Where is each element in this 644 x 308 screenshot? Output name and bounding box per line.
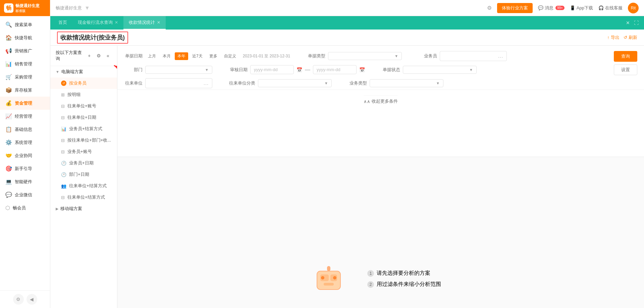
scheme-item-partner-dept[interactable]: ⊟ 按往来单位+部门+收... (50, 135, 117, 146)
scheme-item-sales-settle[interactable]: 📊 业务员+结算方式 (50, 123, 117, 135)
partner-more-icon[interactable]: … (203, 80, 209, 86)
date-dash: — (305, 67, 310, 73)
scheme-item-dept-date[interactable]: 🕐 部门+日期 (50, 169, 117, 180)
export-btn[interactable]: ↑ 导出 (607, 35, 620, 41)
sidebar-item-inventory[interactable]: 📦 库存核算 (0, 84, 50, 97)
tip-num-2: 2 (367, 281, 374, 288)
sidebar-logo: 畅 畅捷通好生意 标准版 (0, 0, 50, 16)
tab-receiptstats-close[interactable]: ✕ (157, 20, 160, 25)
scheme-item-partner-account[interactable]: ⊟ 往来单位+账号 (50, 100, 117, 112)
docstatus-field-group: 单据状态 ▼ (382, 66, 477, 74)
doctype-select[interactable]: ▼ (328, 52, 402, 60)
empty-tips: 1 请先选择要分析的方案 2 用过滤条件来缩小分析范围 (367, 270, 441, 288)
sidebar-collapse-btn[interactable]: ◀ (26, 294, 37, 305)
date-tab-custom[interactable]: 自定义 (221, 52, 239, 60)
calendar-icon-from[interactable]: 📅 (297, 67, 302, 72)
scheme-item-partner-date[interactable]: ⊟ 往来单位+日期 (50, 112, 117, 123)
messages-btn[interactable]: 💬 消息 99+ (538, 5, 565, 11)
query-button[interactable]: 查询 (614, 51, 637, 62)
date-tab-thisyear[interactable]: 本年 (175, 52, 188, 60)
sidebar-nav: 🔍 搜索菜单 🏠 快捷导航 📢 营销推广 📊 销售管理 🛒 采购管理 📦 库存核… (0, 16, 50, 290)
date-tab-lastmonth[interactable]: 上月 (145, 52, 159, 60)
collapse-more-btn[interactable]: ∧∧ 收起更多条件 (364, 95, 398, 107)
sidebar-item-label: 企业微信 (15, 192, 32, 198)
scheme-item-partner-settle2[interactable]: ⊟ 往来单位+结算方式 (50, 192, 117, 203)
tab-bankflow-label: 现金银行流水查询 (78, 19, 113, 25)
grid-icon-4: ⊟ (61, 138, 65, 143)
partner-category-field-group: 往来单位分类 ▼ (229, 79, 332, 87)
svg-point-6 (333, 276, 336, 279)
sidebar-item-guide[interactable]: 🎯 新手引导 (0, 162, 50, 175)
sidebar-item-label: 企业协同 (15, 153, 32, 159)
sidebar-item-system[interactable]: ⚙️ 系统管理 (0, 136, 50, 149)
tab-bankflow-close[interactable]: ✕ (115, 20, 118, 25)
scheme-item-label: 部门+日期 (69, 171, 89, 177)
partner-category-select[interactable]: ▼ (258, 79, 332, 87)
sidebar-settings-btn[interactable]: ⚙ (13, 294, 24, 305)
salesperson-select[interactable]: … (440, 51, 507, 61)
sidebar-item-enterprise[interactable]: 🤝 企业协同 (0, 149, 50, 162)
marketing-icon: 📢 (5, 48, 12, 54)
business-type-label: 业务类型 (348, 80, 367, 86)
online-service-btn[interactable]: 🎧 在线客服 (598, 5, 623, 11)
date-tab-thismonth[interactable]: 本月 (160, 52, 173, 60)
business-type-chevron-down-icon: ▼ (436, 81, 440, 85)
sidebar-item-quicknav[interactable]: 🏠 快捷导航 (0, 31, 50, 44)
scheme-add-btn[interactable]: + (86, 52, 93, 59)
tab-receipt-stats[interactable]: 收款情况统计 ✕ (123, 16, 166, 30)
sidebar-item-marketing[interactable]: 📢 营销推广 (0, 44, 50, 57)
scheme-item-sales-date[interactable]: 🕐 业务员+日期 (50, 157, 117, 169)
audit-date-to[interactable] (313, 65, 357, 74)
tab-bank-flow[interactable]: 现金银行流水查询 ✕ (72, 16, 123, 30)
partner-select[interactable]: … (145, 78, 212, 88)
scheme-group-pc-header[interactable]: ▼ 电脑端方案 (50, 66, 117, 78)
sidebar-bottom: ⚙ ◀ (0, 290, 50, 308)
scheme-item-partner-settle1[interactable]: 👥 往来单位+结算方式 (50, 180, 117, 192)
tab-home[interactable]: 首页 (53, 16, 72, 30)
docstatus-select[interactable]: ▼ (403, 66, 477, 74)
logo-icon: 畅 (4, 3, 13, 13)
sidebar-item-search[interactable]: 🔍 搜索菜单 (0, 18, 50, 31)
sidebar-item-label: 新手引导 (15, 166, 32, 172)
business-type-select[interactable]: ▼ (370, 79, 443, 87)
scheme-group-mobile-header[interactable]: ▶ 移动端方案 (50, 203, 117, 214)
user-avatar[interactable]: Rit (628, 3, 639, 13)
sidebar-item-smarthw[interactable]: 💻 智能硬件 (0, 175, 50, 188)
tip-num-1: 1 (367, 270, 374, 277)
tab-expand-icon[interactable]: ⛶ (634, 20, 639, 25)
sidebar-item-wechat[interactable]: 💬 企业微信 (0, 188, 50, 201)
calendar-icon-to[interactable]: 📅 (359, 67, 365, 72)
scheme-item-sales-account[interactable]: ⊟ 业务员+账号 (50, 146, 117, 157)
header-settings-icon[interactable]: ⚙ (487, 5, 492, 11)
page-title: 收款情况统计(按业务员) (57, 32, 128, 44)
sidebar-item-member[interactable]: ⬡ 畅会员 (0, 201, 50, 214)
filter-settings-button[interactable]: 设置 (614, 64, 637, 75)
salesperson-more-icon[interactable]: … (498, 53, 503, 59)
scheme-item-by-detail[interactable]: ⊞ 按明细 (50, 89, 117, 100)
scheme-settings-btn[interactable]: ⚙ (95, 52, 102, 59)
audit-date-label: 审核日期 (229, 67, 248, 73)
audit-date-from[interactable] (250, 65, 294, 74)
trial-btn[interactable]: 体验行业方案 (497, 3, 533, 13)
smarthw-icon: 💻 (5, 178, 12, 185)
export-label: 导出 (611, 35, 620, 41)
main-area: 畅捷通好生意 ▼ ⚙ 体验行业方案 💬 消息 99+ 📱 App下载 🎧 在线客… (50, 0, 644, 308)
scheme-item-by-sales[interactable]: ↺ 按业务员 (50, 78, 117, 89)
sidebar-item-purchase[interactable]: 🛒 采购管理 (0, 70, 50, 84)
scheme-collapse-btn[interactable]: « (104, 52, 112, 59)
svg-point-5 (321, 276, 324, 279)
filter-inner: 单据日期 上月 本月 本年 近7天 更多 自定义 2023-01-01 (117, 46, 644, 90)
sidebar-item-operations[interactable]: 📈 经营管理 (0, 110, 50, 123)
sidebar-item-finance[interactable]: 💰 资金管理 (0, 97, 50, 110)
sidebar-item-sales[interactable]: 📊 销售管理 (0, 57, 50, 70)
refresh-btn[interactable]: ↺ 刷新 (624, 35, 637, 41)
date-tab-last7days[interactable]: 近7天 (190, 52, 205, 60)
date-tab-more[interactable]: 更多 (207, 52, 220, 60)
app-download-btn[interactable]: 📱 App下载 (570, 5, 593, 11)
tip-text-2: 用过滤条件来缩小分析范围 (377, 281, 441, 288)
content-area: 按以下方案查询 + ⚙ « (50, 46, 644, 308)
doctype-chevron-down-icon: ▼ (394, 54, 398, 58)
dept-select[interactable]: ▼ (145, 66, 212, 74)
sidebar-item-basicinfo[interactable]: 📋 基础信息 (0, 123, 50, 136)
tab-close-all-icon[interactable]: ✕ (626, 20, 630, 25)
